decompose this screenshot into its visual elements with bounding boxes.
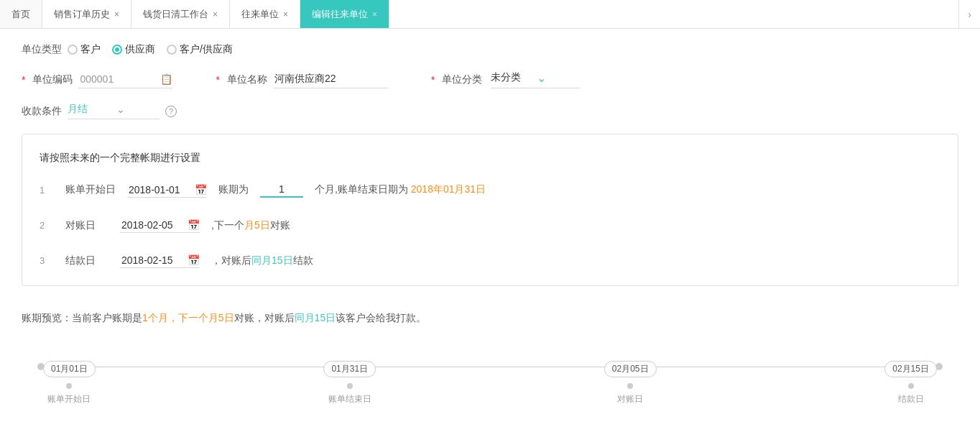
code-name-category-row: * 单位编码 📋 * 单位名称 * 单位分类 未分类 ⌄ [22, 70, 958, 88]
chevron-down-icon: ⌄ [537, 71, 580, 85]
timeline-label-2: 账单结束日 [328, 393, 371, 405]
preview-months-next: 下一个月5日 [178, 312, 234, 323]
period-date-field-2[interactable] [120, 218, 185, 232]
close-icon[interactable]: × [283, 9, 288, 19]
period-desc-2: ,下一个月5日对账 [211, 219, 290, 232]
unit-type-group: 单位类型 客户 供应商 客户/供应商 [22, 43, 233, 56]
unit-name-label: 单位名称 [227, 73, 267, 86]
period-label-2: 对账日 [65, 219, 108, 232]
period-date-input-1: 📅 [127, 183, 207, 198]
timeline-point-4: 02月15日 结款日 [884, 361, 937, 405]
tab-edit-partner[interactable]: 编辑往来单位 × [300, 0, 389, 28]
period-num-3: 3 [40, 255, 54, 266]
tab-partner[interactable]: 往来单位 × [230, 0, 300, 28]
timeline-wrapper: 01月01日 账单开始日 01月31日 账单结束日 02月05日 对账日 [22, 346, 958, 427]
radio-both[interactable]: 客户/供应商 [167, 43, 233, 56]
period-row-3: 3 结款日 📅 ，对账后同月15日结款 [40, 253, 940, 268]
preview-text: 账期预览：当前客户账期是1个月，下一个月5日对账，对账后同月15日该客户会给我打… [22, 312, 958, 325]
close-icon[interactable]: × [213, 9, 218, 19]
period-settings-card: 请按照未来的一个完整帐期进行设置 1 账单开始日 📅 账期为 个月,账单结束日期… [22, 134, 958, 286]
highlight-text-2: 月5日 [244, 219, 270, 231]
tab-home[interactable]: 首页 [0, 0, 42, 28]
timeline-dot-4 [908, 383, 914, 389]
period-row-1: 1 账单开始日 📅 账期为 个月,账单结束日期为 2018年01月31日 [40, 182, 940, 198]
tab-more-button[interactable]: › [958, 0, 980, 28]
period-label-3: 结款日 [65, 254, 108, 267]
unit-code-group: * 单位编码 📋 [22, 70, 172, 88]
period-num-2: 2 [40, 220, 54, 231]
period-desc-prefix-1: 账期为 [218, 183, 249, 196]
period-card-title: 请按照未来的一个完整帐期进行设置 [40, 152, 940, 165]
period-months-input[interactable] [260, 182, 303, 198]
unit-name-input[interactable] [273, 70, 388, 88]
unit-type-radio-group: 客户 供应商 客户/供应商 [68, 43, 233, 56]
radio-customer[interactable]: 客户 [68, 43, 101, 56]
period-date-input-2: 📅 [120, 218, 200, 233]
tab-sales-history[interactable]: 销售订单历史 × [42, 0, 131, 28]
preview-months: 1个月， [142, 312, 178, 323]
timeline-badge-1: 01月01日 [43, 361, 96, 377]
period-label-1: 账单开始日 [65, 183, 116, 196]
unit-category-select[interactable]: 未分类 ⌄ [491, 71, 580, 88]
highlight-text-3: 同月15日 [251, 254, 293, 266]
period-date-field-3[interactable] [120, 253, 185, 267]
timeline-point-2: 01月31日 账单结束日 [323, 361, 376, 405]
unit-name-group: * 单位名称 [216, 70, 387, 88]
payment-select[interactable]: 月结 ⌄ [68, 103, 160, 119]
required-star-code: * [22, 74, 25, 86]
timeline-dot-3 [627, 383, 633, 389]
period-row-2: 2 对账日 📅 ,下一个月5日对账 [40, 218, 940, 233]
timeline-label-1: 账单开始日 [47, 393, 91, 405]
timeline-label-3: 对账日 [617, 393, 643, 405]
period-num-1: 1 [40, 185, 54, 196]
required-star-category: * [431, 74, 435, 86]
timeline-dot-1 [66, 383, 72, 389]
unit-name-input-wrapper [273, 70, 388, 88]
preview-settle: 同月15日 [295, 312, 336, 323]
period-date-field-1[interactable] [127, 183, 192, 197]
timeline-point-3: 02月05日 对账日 [604, 361, 657, 405]
radio-circle-customer [68, 45, 78, 55]
unit-category-label: 单位分类 [442, 73, 482, 86]
payment-condition-row: 收款条件 月结 ⌄ ? [22, 103, 958, 119]
unit-category-group: * 单位分类 未分类 ⌄ [431, 71, 580, 88]
main-content: 单位类型 客户 供应商 客户/供应商 * 单位编码 [0, 29, 980, 437]
help-icon[interactable]: ? [165, 106, 177, 117]
timeline-point-1: 01月01日 账单开始日 [43, 361, 96, 405]
timeline-badge-2: 01月31日 [323, 361, 376, 377]
copy-icon[interactable]: 📋 [160, 73, 172, 85]
radio-circle-both [167, 45, 177, 55]
period-date-input-3: 📅 [120, 253, 200, 268]
unit-code-input[interactable] [78, 70, 157, 88]
timeline-label-4: 结款日 [898, 393, 924, 405]
unit-code-input-wrapper: 📋 [78, 70, 172, 88]
tab-cash-work[interactable]: 钱货日清工作台 × [131, 0, 230, 28]
unit-type-label: 单位类型 [22, 43, 62, 56]
radio-supplier[interactable]: 供应商 [112, 43, 155, 56]
tab-bar: 首页 销售订单历史 × 钱货日清工作台 × 往来单位 × 编辑往来单位 × › [0, 0, 980, 29]
period-desc-suffix-1: 个月,账单结束日期为 2018年01月31日 [315, 183, 486, 196]
required-star-name: * [216, 74, 219, 86]
unit-type-row: 单位类型 客户 供应商 客户/供应商 [22, 43, 958, 56]
timeline-badge-3: 02月05日 [604, 361, 657, 377]
calendar-icon-2[interactable]: 📅 [188, 219, 200, 231]
close-icon[interactable]: × [372, 9, 377, 19]
chevron-down-icon-payment: ⌄ [116, 104, 160, 115]
unit-code-label: 单位编码 [32, 73, 73, 86]
calendar-icon-1[interactable]: 📅 [195, 184, 207, 196]
close-icon[interactable]: × [114, 9, 119, 19]
calendar-icon-3[interactable]: 📅 [188, 254, 200, 266]
payment-label: 收款条件 [22, 105, 62, 118]
radio-circle-supplier [112, 45, 122, 55]
timeline-points: 01月01日 账单开始日 01月31日 账单结束日 02月05日 对账日 [43, 361, 937, 405]
period-desc-3: ，对账后同月15日结款 [211, 254, 313, 267]
timeline-dot-2 [347, 383, 353, 389]
timeline-badge-4: 02月15日 [884, 361, 937, 377]
preview-section: 账期预览：当前客户账期是1个月，下一个月5日对账，对账后同月15日该客户会给我打… [22, 300, 958, 437]
period-end-date-highlight: 2018年01月31日 [411, 183, 486, 195]
